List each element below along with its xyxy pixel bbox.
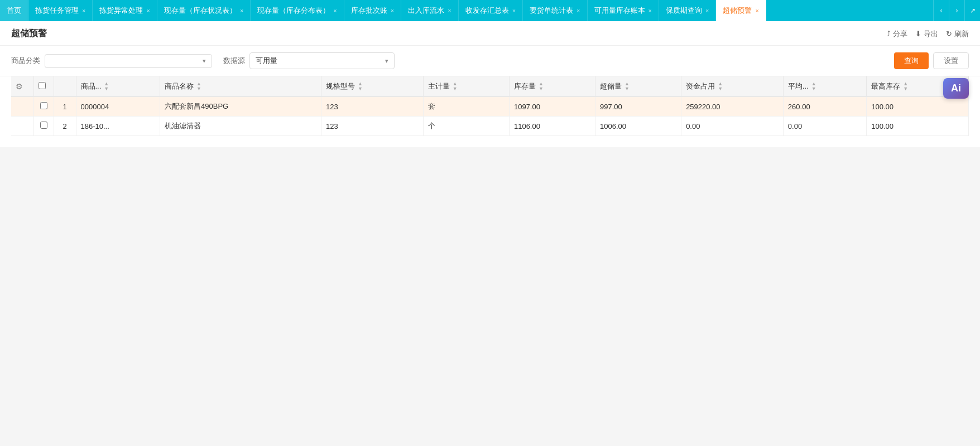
nav-item-abnormal[interactable]: 拣货异常处理×: [93, 0, 157, 21]
th-check: [33, 76, 54, 97]
row-max-stock: 100.00: [867, 97, 969, 117]
close-icon[interactable]: ×: [705, 7, 709, 14]
row-stock: 1106.00: [509, 117, 595, 136]
share-button[interactable]: ⤴ 分享: [887, 29, 907, 39]
table-row: 2 186-10... 机油滤清器 123 个 1106.00 1006.00 …: [11, 117, 969, 136]
nav-arrow-left[interactable]: ‹: [933, 0, 949, 21]
close-icon[interactable]: ×: [577, 7, 580, 14]
th-product-code[interactable]: 商品... ▲▼: [76, 76, 160, 97]
sort-arrows-unit: ▲▼: [453, 81, 458, 91]
filter-actions: 查询 设置: [894, 52, 969, 69]
nav-item-recv-send[interactable]: 收发存汇总表×: [459, 0, 523, 21]
row-index: 2: [54, 117, 76, 136]
nav-item-inout-flow[interactable]: 出入库流水×: [401, 0, 458, 21]
category-select[interactable]: ▾: [45, 54, 212, 68]
th-stock[interactable]: 库存量 ▲▼: [509, 76, 595, 97]
refresh-button[interactable]: ↻ 刷新: [946, 29, 969, 39]
nav-item-inventory-status[interactable]: 现存量（库存状况表）×: [157, 0, 251, 21]
share-icon: ⤴: [887, 30, 891, 38]
sort-arrows-capital: ▲▼: [718, 81, 723, 91]
th-spec[interactable]: 规格型号 ▲▼: [321, 76, 424, 97]
header-actions: ⤴ 分享 ⬇ 导出 ↻ 刷新: [887, 29, 969, 39]
nav-item-available[interactable]: 可用量库存账本×: [588, 0, 659, 21]
row-spec: 123: [321, 117, 424, 136]
main-content: ⚙ 商品... ▲▼ 商品名称 ▲▼: [0, 76, 980, 147]
th-index: [54, 76, 76, 97]
chevron-down-icon: ▾: [203, 57, 206, 65]
row-overstock: 1006.00: [595, 117, 681, 136]
nav-item-inventory-dist[interactable]: 现存量（库存分布表）×: [251, 0, 344, 21]
th-unit[interactable]: 主计量 ▲▼: [423, 76, 509, 97]
th-capital[interactable]: 资金占用 ▲▼: [681, 76, 784, 97]
gear-icon[interactable]: ⚙: [16, 82, 23, 91]
row-avg: 260.00: [783, 97, 866, 117]
row-capital: 0.00: [681, 117, 784, 136]
row-product-code: 186-10...: [76, 117, 160, 136]
table-header-row: ⚙ 商品... ▲▼ 商品名称 ▲▼: [11, 76, 969, 97]
nav-arrow-expand[interactable]: ↗: [964, 0, 980, 21]
th-avg[interactable]: 平均... ▲▼: [783, 76, 866, 97]
sort-arrows-avg: ▲▼: [811, 81, 816, 91]
table-body: 1 0000004 六配套新昌490BPG 123 套 1097.00 997.…: [11, 97, 969, 136]
row-max-stock: 100.00: [867, 117, 969, 136]
datasource-filter-group: 数据源 可用量 ▾: [223, 52, 395, 69]
sort-arrows-product-code: ▲▼: [104, 81, 109, 91]
close-icon[interactable]: ×: [512, 7, 516, 14]
close-icon[interactable]: ×: [648, 7, 652, 14]
nav-item-batch[interactable]: 库存批次账×: [344, 0, 401, 21]
row-product-code: 0000004: [76, 97, 160, 117]
nav-item-quality[interactable]: 保质期查询×: [659, 0, 716, 21]
row-index: 1: [54, 97, 76, 117]
th-overstock[interactable]: 超储量 ▲▼: [595, 76, 681, 97]
category-label: 商品分类: [11, 56, 40, 66]
row-checkbox[interactable]: [40, 102, 47, 109]
close-icon[interactable]: ×: [240, 7, 243, 14]
nav-arrows: ‹ › ↗: [933, 0, 980, 21]
chevron-down-icon2: ▾: [385, 57, 388, 65]
row-overstock: 997.00: [595, 97, 681, 117]
settings-button[interactable]: 设置: [933, 52, 969, 69]
nav-item-overstock[interactable]: 超储预警×: [716, 0, 766, 21]
overstock-table: ⚙ 商品... ▲▼ 商品名称 ▲▼: [11, 76, 969, 136]
row-gear-cell: [11, 97, 33, 117]
sort-arrows-product-name: ▲▼: [196, 81, 201, 91]
select-all-checkbox[interactable]: [39, 82, 46, 89]
page-title: 超储预警: [11, 28, 47, 40]
close-icon[interactable]: ×: [146, 7, 150, 14]
sort-arrows-stock: ▲▼: [539, 81, 544, 91]
export-button[interactable]: ⬇ 导出: [915, 29, 938, 39]
row-avg: 0.00: [783, 117, 866, 136]
nav-arrow-right[interactable]: ›: [949, 0, 964, 21]
sort-arrows-spec: ▲▼: [358, 81, 363, 91]
row-unit: 个: [423, 117, 509, 136]
close-icon[interactable]: ×: [82, 7, 85, 14]
top-navigation: 首页拣货任务管理×拣货异常处理×现存量（库存状况表）×现存量（库存分布表）×库存…: [0, 0, 980, 21]
close-icon[interactable]: ×: [391, 7, 394, 14]
close-icon[interactable]: ×: [755, 7, 758, 14]
nav-item-home[interactable]: 首页: [0, 0, 28, 21]
row-stock: 1097.00: [509, 97, 595, 117]
datasource-value: 可用量: [256, 56, 277, 66]
query-button[interactable]: 查询: [894, 52, 929, 69]
datasource-select[interactable]: 可用量 ▾: [249, 52, 395, 69]
sort-arrows-max-stock: ▲▼: [903, 81, 908, 91]
th-settings: ⚙: [11, 76, 33, 97]
table-row: 1 0000004 六配套新昌490BPG 123 套 1097.00 997.…: [11, 97, 969, 117]
row-unit: 套: [423, 97, 509, 117]
nav-item-task-mgmt[interactable]: 拣货任务管理×: [28, 0, 93, 21]
export-icon: ⬇: [915, 30, 921, 38]
datasource-label: 数据源: [223, 56, 245, 66]
category-filter-group: 商品分类 ▾: [11, 54, 212, 68]
refresh-icon: ↻: [946, 30, 952, 38]
row-check-cell: [33, 117, 54, 136]
filter-bar: 商品分类 ▾ 数据源 可用量 ▾ 查询 设置: [0, 46, 980, 76]
th-product-name[interactable]: 商品名称 ▲▼: [160, 76, 321, 97]
row-product-name: 机油滤清器: [160, 117, 321, 136]
row-checkbox[interactable]: [40, 122, 47, 129]
close-icon[interactable]: ×: [333, 7, 337, 14]
page-header: 超储预警 ⤴ 分享 ⬇ 导出 ↻ 刷新: [0, 21, 980, 46]
nav-item-order-stat[interactable]: 要货单统计表×: [523, 0, 587, 21]
row-gear-cell: [11, 117, 33, 136]
close-icon[interactable]: ×: [448, 7, 451, 14]
ai-badge[interactable]: Ai: [943, 78, 969, 99]
